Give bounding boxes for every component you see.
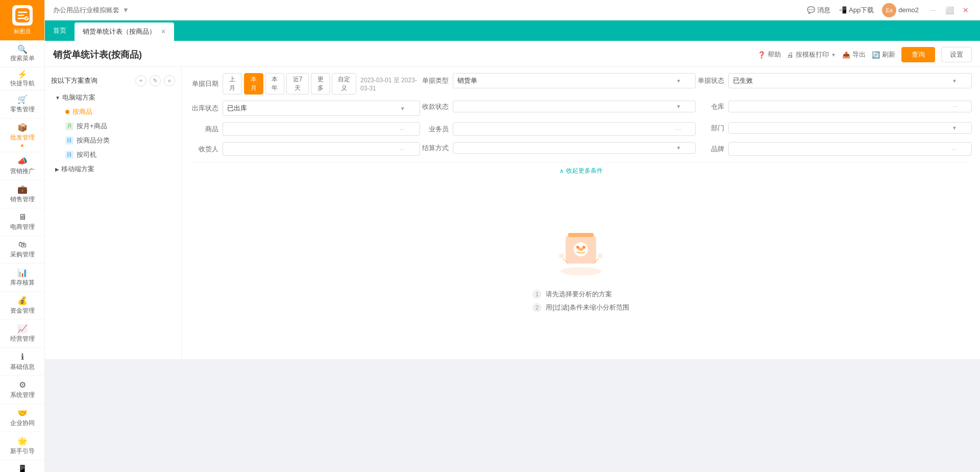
help-btn[interactable]: ❓ 帮助 (757, 50, 781, 59)
page-header-actions: ❓ 帮助 🖨 按模板打印 ▼ 📤 导出 🔄 刷新 (757, 47, 972, 62)
sidebar-item-inventory-label: 库存核算 (10, 278, 35, 287)
collapse-btn[interactable]: ∧ 收起更多条件 (559, 167, 603, 175)
date-last-month[interactable]: 上月 (223, 73, 242, 95)
user-profile[interactable]: Ea demo2 (882, 3, 919, 17)
right-panel: 单据日期 上月 本月 本年 近7天 更多 自定义 2023-03-01 至 20… (182, 67, 980, 359)
tree-item-by-category[interactable]: 目 按商品分类 (59, 133, 181, 148)
sidebar-item-purchase-label: 采购管理 (10, 250, 35, 259)
close-btn[interactable]: ✕ (960, 4, 972, 16)
sidebar-item-operations[interactable]: 📈 经营管理 (0, 320, 44, 348)
salesperson-select[interactable]: ··· (453, 122, 696, 136)
message-icon: 💬 (807, 6, 815, 14)
message-btn[interactable]: 💬 消息 (807, 6, 830, 15)
doc-status-dropdown: 已生效 ▼ (728, 73, 972, 88)
date-custom[interactable]: 自定义 (332, 73, 356, 95)
warehouse-value: 已出库 (227, 104, 247, 113)
date-more[interactable]: 更多 (311, 73, 330, 95)
recipient-select[interactable]: ··· (223, 142, 420, 156)
collapse-panel-btn[interactable]: « (164, 75, 175, 86)
empty-illustration (550, 220, 611, 281)
tree-item-by-product-label: 按商品 (72, 107, 92, 116)
tree-mobile-expand-icon: ▶ (55, 167, 59, 172)
date-last-7days[interactable]: 近7天 (286, 73, 308, 95)
sidebar-item-sales[interactable]: 💼 销售管理 (0, 180, 44, 208)
sidebar-search[interactable]: 🔍 搜索菜单 (0, 40, 44, 67)
receipt-status-select[interactable]: ▼ (453, 101, 696, 112)
product-select[interactable]: ··· (223, 122, 420, 136)
date-this-year[interactable]: 本年 (265, 73, 285, 95)
sidebar-item-retail[interactable]: 🛒 零售管理 (0, 90, 44, 119)
date-this-month[interactable]: 本月 (244, 73, 263, 95)
app-download-label: App下载 (849, 6, 874, 15)
app-download-btn[interactable]: 📲 App下载 (839, 6, 874, 15)
sidebar-item-system[interactable]: ⚙ 系统管理 (0, 376, 44, 404)
header-left: 办公用品行业模拟账套 ▼ (53, 6, 129, 15)
sidebar-item-system-label: 系统管理 (10, 391, 35, 399)
department-label: 部门 (696, 124, 724, 133)
sidebar-item-apps[interactable]: 📱 应用中心 (0, 460, 44, 472)
date-range-text: 2023-03-01 至 2023-03-31 (360, 76, 420, 92)
sidebar: 标图员 🔍 搜索菜单 ⚡ 快捷导航 🛒 零售管理 📦 批发管理 ▲ 📣 营销推广… (0, 0, 45, 472)
product-dots: ··· (400, 125, 405, 133)
dropdown-icon[interactable]: ▼ (122, 6, 129, 14)
tree-mobile-parent[interactable]: ▶ 移动端方案 (49, 162, 181, 176)
user-name: demo2 (898, 6, 919, 14)
tree-item-by-printer[interactable]: 目 按司机 (59, 148, 181, 162)
brand-select[interactable]: ··· (728, 142, 972, 156)
sidebar-item-inventory[interactable]: 📊 库存核算 (0, 264, 44, 292)
query-button[interactable]: 查询 (901, 47, 935, 62)
sidebar-item-enterprise[interactable]: 🤝 企业协同 (0, 404, 44, 432)
sidebar-item-guide[interactable]: 🌟 新手引导 (0, 432, 44, 460)
svg-point-7 (582, 246, 585, 249)
add-scheme-btn[interactable]: + (135, 75, 146, 86)
tab-home[interactable]: 首页 (45, 20, 75, 41)
header-right: 💬 消息 📲 App下载 Ea demo2 ─ ⬜ ✕ (807, 3, 972, 17)
sidebar-item-basic-label: 基础信息 (10, 363, 35, 371)
filter-receipt-status: 收款状态 ▼ (420, 101, 696, 112)
sidebar-item-marketing[interactable]: 📣 营销推广 (0, 152, 44, 180)
brand-dots: ··· (951, 145, 957, 153)
doc-type-select[interactable]: 销货单 ▼ (453, 73, 696, 88)
sidebar-quick-nav[interactable]: ⚡ 快捷导航 (0, 67, 44, 90)
department-select[interactable]: ▼ (728, 122, 972, 134)
tab-close-icon[interactable]: ✕ (161, 28, 166, 35)
tree-item-by-month-product[interactable]: 月 按月+商品 (59, 119, 181, 133)
tab-sales-stats[interactable]: 销货单统计表（按商品） ✕ (75, 22, 174, 41)
export-btn[interactable]: 📤 导出 (842, 50, 866, 59)
doc-type-dropdown: 销货单 ▼ (453, 73, 696, 88)
filter-product: 商品 ··· (190, 122, 420, 136)
sidebar-item-finance[interactable]: 💰 资金管理 (0, 292, 44, 320)
setting-button[interactable]: 设置 (941, 47, 972, 62)
edit-scheme-btn[interactable]: ✎ (150, 75, 161, 86)
recipient-label: 收货人 (190, 145, 218, 154)
filter-depot: 仓库 ··· (696, 101, 972, 112)
print-dropdown-icon[interactable]: ▼ (831, 52, 836, 58)
depot-select[interactable]: ··· (728, 101, 972, 112)
refresh-icon: 🔄 (872, 51, 880, 59)
sidebar-item-sales-label: 销售管理 (10, 195, 35, 204)
print-label: 按模板打印 (796, 50, 829, 59)
minimize-btn[interactable]: ─ (927, 4, 939, 16)
print-btn[interactable]: 🖨 按模板打印 ▼ (787, 50, 836, 59)
product-dropdown: ··· (223, 122, 420, 136)
collapse-label: 收起更多条件 (566, 167, 603, 175)
settlement-select[interactable]: ▼ (453, 142, 696, 154)
maximize-btn[interactable]: ⬜ (943, 4, 955, 16)
sidebar-item-basic[interactable]: ℹ 基础信息 (0, 348, 44, 376)
tree-pc-parent[interactable]: ▼ 电脑端方案 (49, 90, 181, 105)
collapse-up-icon: ∧ (559, 168, 564, 175)
tree-item-by-product[interactable]: 按商品 (59, 105, 181, 119)
warehouse-select[interactable]: 已出库 ▼ (223, 101, 420, 116)
sidebar-item-wholesale[interactable]: 📦 批发管理 ▲ (0, 119, 44, 152)
add-icon: + (139, 77, 142, 84)
doc-status-select[interactable]: 已生效 ▼ (728, 73, 972, 88)
refresh-btn[interactable]: 🔄 刷新 (872, 50, 895, 59)
step-2-text: 用[过滤]条件来缩小分析范围 (546, 303, 629, 312)
receipt-status-dropdown: ▼ (453, 101, 696, 112)
sidebar-item-purchase[interactable]: 🛍 采购管理 (0, 236, 44, 264)
svg-point-8 (559, 253, 564, 258)
filter-date: 单据日期 上月 本月 本年 近7天 更多 自定义 2023-03-01 至 20… (190, 73, 420, 95)
tree-mobile-label: 移动端方案 (61, 164, 94, 174)
sidebar-item-ecommerce[interactable]: 🖥 电商管理 (0, 208, 44, 236)
nav-label: 快捷导航 (10, 79, 35, 88)
